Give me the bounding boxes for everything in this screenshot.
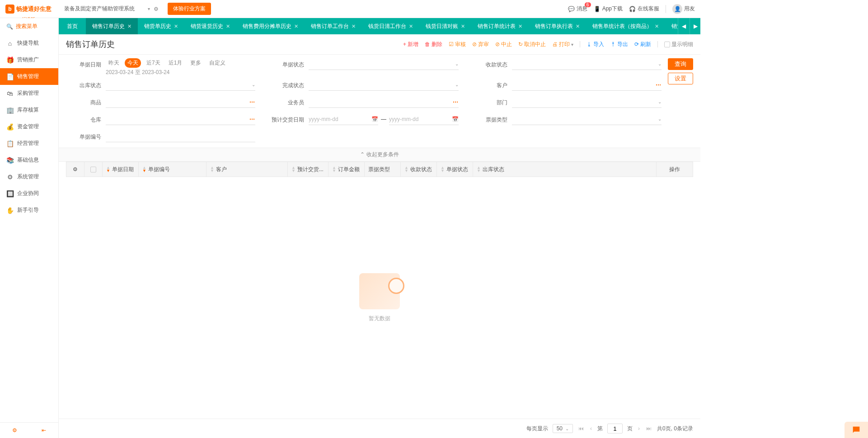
tabs-scroll-left[interactable]: ◀ (678, 18, 690, 34)
settings-button[interactable]: 设置 (668, 73, 693, 84)
import-button[interactable]: ⭳导入 (586, 41, 604, 48)
complete-status-select[interactable]: ⌄ (309, 79, 458, 91)
ticket-type-select[interactable]: ⌄ (512, 113, 662, 125)
close-icon[interactable]: ✕ (576, 23, 580, 29)
sidebar-item-purchase[interactable]: 🛍采购管理 (0, 85, 58, 102)
system-selector[interactable]: 装备及固定资产辅助管理系统 ▾ (64, 5, 150, 13)
date-chip-custom[interactable]: 自定义 (206, 58, 228, 68)
logo-icon: b (5, 5, 14, 14)
th-ticket-type[interactable]: 票据类型 (365, 162, 401, 177)
tab-item[interactable]: 销售费用分摊单历史✕ (236, 18, 305, 34)
tab-item[interactable]: 钱货日清工作台✕ (362, 18, 419, 34)
date-chip-today[interactable]: 今天 (125, 58, 141, 68)
tab-item[interactable]: 销货单统计 (665, 18, 678, 34)
online-service-button[interactable]: 🎧 在线客服 (629, 5, 659, 13)
th-doc-date[interactable]: ▲▼单据日期 (103, 162, 139, 177)
tab-sales-order-history[interactable]: 销售订单历史✕ (86, 18, 138, 34)
th-settings[interactable]: ⚙ (66, 162, 84, 177)
sidebar-item-guide[interactable]: ✋新手引导 (0, 202, 58, 219)
tab-item[interactable]: 钱货日清对账✕ (419, 18, 471, 34)
tab-item[interactable]: 销售订单统计表✕ (471, 18, 529, 34)
th-checkbox[interactable] (84, 162, 103, 177)
product-select[interactable]: ⋯ (106, 96, 255, 108)
date-chip-more[interactable]: 更多 (188, 58, 204, 68)
sidebar-item-funds[interactable]: 💰资金管理 (0, 118, 58, 135)
query-button[interactable]: 查询 (668, 58, 693, 70)
th-amount[interactable]: ▲▼订单金额 (328, 162, 365, 177)
tabs-close-all[interactable]: ✕ (701, 18, 713, 34)
audit-button[interactable]: ☑审核 (449, 41, 466, 48)
stop-button[interactable]: ⊘中止 (495, 41, 512, 48)
tab-item[interactable]: 销货单历史✕ (138, 18, 184, 34)
close-icon[interactable]: ✕ (127, 23, 131, 29)
close-icon[interactable]: ✕ (409, 23, 413, 29)
date-chip-7d[interactable]: 近7天 (144, 58, 163, 68)
warehouse-select[interactable]: ⋯ (106, 113, 255, 125)
pager-next[interactable]: › (637, 425, 641, 432)
tab-item[interactable]: 销售单统计表（按商品）✕ (586, 18, 665, 34)
close-icon[interactable]: ✕ (518, 23, 522, 29)
print-button[interactable]: 🖨打印▾ (552, 41, 573, 48)
delete-button[interactable]: 🗑删除 (425, 41, 442, 48)
expect-date-to[interactable]: yyyy-mm-dd📅 (389, 113, 459, 125)
th-doc-status[interactable]: ▲▼单据状态 (437, 162, 473, 177)
doc-status-select[interactable]: ⌄ (309, 58, 458, 70)
help-corner-button[interactable] (845, 422, 868, 438)
page-size-select[interactable]: 50⌄ (553, 424, 573, 433)
expect-date-from[interactable]: yyyy-mm-dd📅 (309, 113, 378, 125)
user-menu[interactable]: 👤 用友 (672, 4, 695, 14)
customer-select[interactable]: ⋯ (512, 79, 662, 91)
tabs-fullscreen[interactable]: ⛶ (713, 18, 725, 34)
pager-first[interactable]: ⏮ (577, 425, 585, 432)
unstop-button[interactable]: ↻取消中止 (518, 41, 546, 48)
experience-button[interactable]: 体验行业方案 (168, 3, 211, 15)
th-receipt-status[interactable]: ▲▼收款状态 (401, 162, 437, 177)
receipt-status-select[interactable]: ⌄ (512, 58, 662, 70)
tab-item[interactable]: 销售订单执行表✕ (529, 18, 586, 34)
doc-no-input[interactable] (106, 130, 255, 142)
sidebar-item-quick-nav[interactable]: ⌂快捷导航 (0, 35, 58, 51)
tab-item[interactable]: 销货退货历史✕ (184, 18, 236, 34)
sort-icon: ▲▼ (477, 166, 481, 172)
out-status-select[interactable]: ⌄ (106, 79, 255, 91)
sidebar-item-inventory[interactable]: 🏢库存核算 (0, 102, 58, 118)
close-icon[interactable]: ✕ (226, 23, 230, 29)
th-customer[interactable]: ▲▼客户 (206, 162, 288, 177)
tab-item[interactable]: 销售订单工作台✕ (305, 18, 362, 34)
sidebar-collapse-button[interactable]: ⇤ (29, 423, 59, 438)
abandon-button[interactable]: ⊘弃审 (472, 41, 489, 48)
sidebar-item-marketing[interactable]: 🎁营销推广 (0, 51, 58, 68)
sidebar-search[interactable]: 🔍 搜索菜单 (0, 18, 58, 35)
tabs-scroll-right[interactable]: ▶ (690, 18, 701, 34)
refresh-button[interactable]: ⟳刷新 (634, 41, 651, 48)
sidebar-item-collab[interactable]: 🔲企业协同 (0, 185, 58, 202)
th-expect-date[interactable]: ▲▼预计交货... (288, 162, 328, 177)
tab-home[interactable]: 首页 (59, 18, 86, 34)
sidebar-settings-button[interactable]: ⚙ (0, 423, 29, 438)
pager-prev[interactable]: ‹ (589, 425, 593, 432)
salesman-select[interactable]: ⋯ (309, 96, 458, 108)
th-out-status[interactable]: ▲▼出库状态 (473, 162, 657, 177)
close-icon[interactable]: ✕ (352, 23, 356, 29)
sidebar-item-operation[interactable]: 📋经营管理 (0, 135, 58, 152)
pager-page-input[interactable] (607, 424, 623, 433)
sidebar-item-system[interactable]: ⚙系统管理 (0, 168, 58, 185)
pager-last[interactable]: ⏭ (645, 425, 652, 432)
show-detail-checkbox[interactable]: 显示明细 (664, 41, 693, 48)
gear-icon[interactable]: ⚙ (154, 6, 159, 12)
sidebar-item-basic[interactable]: 📚基础信息 (0, 152, 58, 168)
close-icon[interactable]: ✕ (174, 23, 178, 29)
messages-button[interactable]: 💬 消息 6 (568, 5, 587, 13)
th-doc-no[interactable]: ▲▼单据编号 (139, 162, 206, 177)
close-icon[interactable]: ✕ (294, 23, 298, 29)
close-icon[interactable]: ✕ (655, 23, 659, 29)
sidebar-item-sales[interactable]: 📄销售管理 (0, 68, 58, 85)
department-select[interactable]: ⌄ (512, 96, 662, 108)
add-button[interactable]: +新增 (403, 41, 418, 48)
export-button[interactable]: ⭱导出 (610, 41, 628, 48)
app-download-button[interactable]: 📱 App下载 (594, 5, 623, 13)
date-chip-yesterday[interactable]: 昨天 (106, 58, 122, 68)
close-icon[interactable]: ✕ (461, 23, 465, 29)
date-chip-1m[interactable]: 近1月 (166, 58, 185, 68)
collapse-filters-button[interactable]: ⌃ 收起更多条件 (59, 148, 700, 162)
